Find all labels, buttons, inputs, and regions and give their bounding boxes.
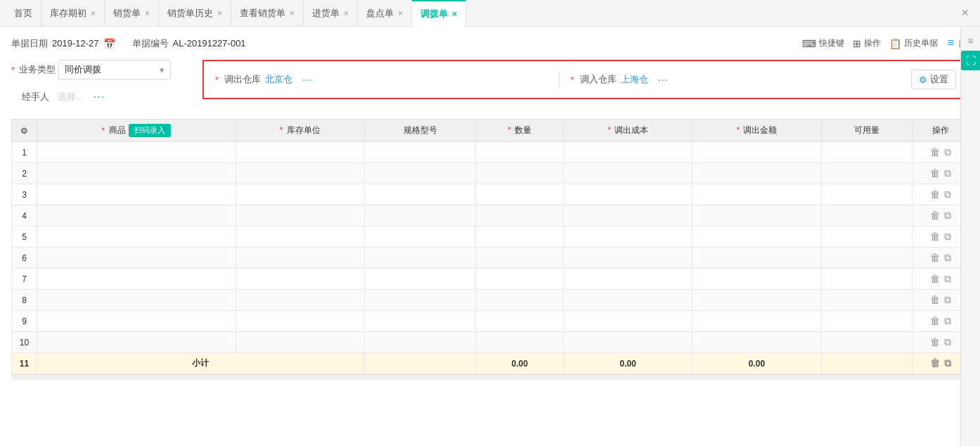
row-available[interactable] (821, 332, 912, 353)
row-spec[interactable] (364, 142, 476, 163)
row-available[interactable] (821, 290, 912, 311)
list-view-button[interactable]: ≡ (946, 35, 955, 51)
row-cost[interactable] (564, 184, 692, 205)
row-available[interactable] (821, 142, 912, 163)
copy-icon[interactable]: ⧉ (944, 146, 951, 158)
delete-icon[interactable]: 🗑 (930, 336, 940, 348)
tab-inventory-check[interactable]: 盘点单 × (358, 0, 412, 27)
row-unit[interactable] (236, 311, 364, 332)
delete-icon[interactable]: 🗑 (930, 189, 940, 200)
row-product[interactable] (37, 248, 236, 269)
row-spec[interactable] (364, 311, 476, 332)
row-product[interactable] (37, 290, 236, 311)
row-spec[interactable] (364, 205, 476, 227)
row-available[interactable] (821, 205, 912, 227)
history-button[interactable]: 📋 历史单据 (889, 37, 938, 49)
row-qty[interactable] (476, 205, 564, 227)
row-available[interactable] (821, 269, 912, 290)
operation-button[interactable]: ⊞ 操作 (853, 37, 881, 49)
warehouse-in-ellipsis[interactable]: ··· (658, 74, 669, 85)
delete-icon[interactable]: 🗑 (930, 252, 940, 264)
tab-home[interactable]: 首页 (6, 0, 41, 27)
row-spec[interactable] (364, 227, 476, 248)
copy-icon[interactable]: ⧉ (944, 294, 951, 306)
row-cost[interactable] (564, 205, 692, 227)
row-amount[interactable] (692, 269, 821, 290)
row-cost[interactable] (564, 163, 692, 184)
row-available[interactable] (821, 184, 912, 205)
copy-icon[interactable]: ⧉ (944, 189, 951, 200)
row-amount[interactable] (692, 142, 821, 163)
warehouse-out-value[interactable]: 北京仓 (265, 73, 292, 86)
delete-icon[interactable]: 🗑 (930, 294, 940, 306)
row-qty[interactable] (476, 227, 564, 248)
warehouse-out-ellipsis[interactable]: ··· (302, 74, 313, 85)
row-amount[interactable] (692, 184, 821, 205)
th-gear[interactable]: ⚙ (12, 120, 37, 142)
row-qty[interactable] (476, 269, 564, 290)
row-unit[interactable] (236, 248, 364, 269)
bottom-scrollbar[interactable] (11, 374, 969, 380)
row-cost[interactable] (564, 227, 692, 248)
row-cost[interactable] (564, 332, 692, 353)
row-unit[interactable] (236, 332, 364, 353)
copy-icon[interactable]: ⧉ (944, 167, 951, 179)
calendar-icon[interactable]: 📅 (103, 38, 115, 49)
handler-ellipsis[interactable]: ··· (94, 91, 105, 103)
row-amount[interactable] (692, 163, 821, 184)
row-product[interactable] (37, 163, 236, 184)
row-product[interactable] (37, 142, 236, 163)
row-available[interactable] (821, 163, 912, 184)
business-type-select[interactable]: 同价调拨 ▾ (58, 60, 171, 79)
row-product[interactable] (37, 184, 236, 205)
row-spec[interactable] (364, 184, 476, 205)
row-available[interactable] (821, 227, 912, 248)
row-unit[interactable] (236, 184, 364, 205)
copy-icon[interactable]: ⧉ (944, 252, 951, 264)
delete-icon[interactable]: 🗑 (930, 167, 940, 179)
row-cost[interactable] (564, 142, 692, 163)
row-qty[interactable] (476, 142, 564, 163)
close-inventory-init[interactable]: × (91, 8, 96, 18)
row-cost[interactable] (564, 269, 692, 290)
row-spec[interactable] (364, 248, 476, 269)
row-qty[interactable] (476, 332, 564, 353)
close-sales-history[interactable]: × (217, 8, 222, 18)
delete-icon[interactable]: 🗑 (930, 273, 940, 285)
delete-icon[interactable]: 🗑 (930, 146, 940, 158)
row-qty[interactable] (476, 184, 564, 205)
close-view-sales[interactable]: × (290, 8, 295, 18)
settings-button[interactable]: ⚙ 设置 (911, 70, 956, 89)
delete-icon[interactable]: 🗑 (930, 231, 940, 243)
close-inventory-check[interactable]: × (398, 8, 403, 18)
sidebar-list-icon[interactable]: ≡ (962, 32, 979, 49)
row-amount[interactable] (692, 311, 821, 332)
row-qty[interactable] (476, 248, 564, 269)
handler-select[interactable]: 选择... (58, 91, 84, 103)
tab-sales-history[interactable]: 销货单历史 × (159, 0, 231, 27)
row-cost[interactable] (564, 311, 692, 332)
row-spec[interactable] (364, 332, 476, 353)
delete-icon[interactable]: 🗑 (930, 210, 940, 222)
tab-transfer[interactable]: 调拨单 × (412, 0, 466, 27)
row-unit[interactable] (236, 290, 364, 311)
row-qty[interactable] (476, 163, 564, 184)
row-cost[interactable] (564, 290, 692, 311)
row-amount[interactable] (692, 227, 821, 248)
row-unit[interactable] (236, 163, 364, 184)
tab-bar-close-button[interactable]: × (955, 6, 974, 20)
close-purchase-order[interactable]: × (344, 8, 349, 18)
row-spec[interactable] (364, 163, 476, 184)
shortcut-button[interactable]: ⌨ 快捷键 (802, 37, 844, 49)
row-amount[interactable] (692, 248, 821, 269)
copy-icon[interactable]: ⧉ (944, 336, 951, 348)
delete-icon[interactable]: 🗑 (930, 357, 940, 369)
tab-inventory-init[interactable]: 库存期初 × (41, 0, 105, 27)
sidebar-expand-icon[interactable]: ⛶ (961, 51, 981, 70)
row-unit[interactable] (236, 227, 364, 248)
tab-purchase-order[interactable]: 进货单 × (304, 0, 358, 27)
row-unit[interactable] (236, 269, 364, 290)
row-qty[interactable] (476, 311, 564, 332)
close-sales-order[interactable]: × (145, 8, 150, 18)
row-cost[interactable] (564, 248, 692, 269)
